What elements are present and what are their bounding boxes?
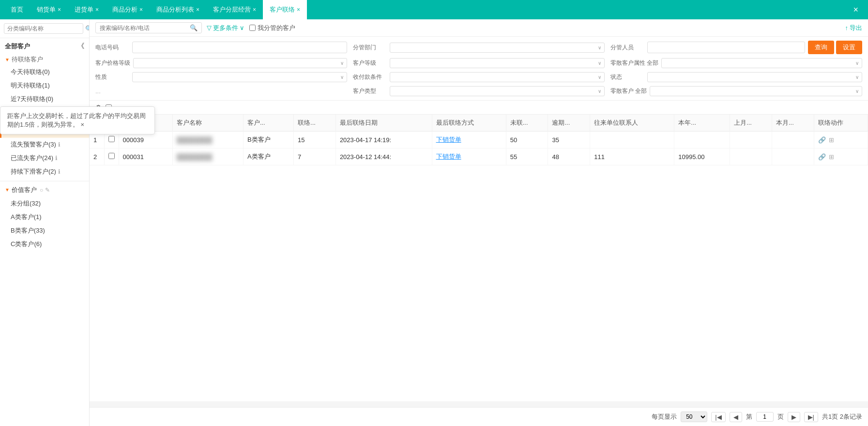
phone-input[interactable] [132,42,347,53]
scroll-inner [90,401,670,402]
row2-checkbox[interactable] [104,148,119,165]
per-page-label: 每页显示 [652,412,677,421]
sidebar-item-b-class[interactable]: B类客户(33) [0,224,89,237]
col-last-date: 最后联络日期 [335,115,432,132]
row2-last-method[interactable]: 下销货单 [432,148,506,165]
row1-name: ████████ [172,132,243,148]
col-overdue: 逾期... [548,115,590,132]
sidebar-search-area: 🔍 [0,19,89,38]
top-navigation: 首页 销货单 × 进货单 × 商品分析 × 商品分析列表 × 客户分层经营 × … [0,0,868,19]
export-button[interactable]: ↑ 导出 [845,24,863,32]
nav-item-sales[interactable]: 销货单 × [30,0,68,19]
prev-page-button[interactable]: ◀ [730,412,742,422]
dept-select[interactable]: ∨ [390,43,605,53]
sidebar-item-unclassified[interactable]: 未分组(32) [0,197,89,210]
sidebar-item-declining[interactable]: 持续下滑客户(2) ℹ [0,165,89,178]
filter-row-payment: 收付款条件 ∨ [353,72,605,82]
price-level-select[interactable]: ∨ [133,58,347,68]
sidebar-search-input[interactable] [4,23,83,34]
sidebar-search-icon[interactable]: 🔍 [85,25,90,32]
last-page-button[interactable]: ▶| [804,412,818,422]
value-customer-group-header[interactable]: ▼ 价值客户 ○ ✎ [0,183,89,197]
sidebar-item-churn-warning[interactable]: 流失预警客户(3) ℹ [0,138,89,151]
nav-item-product-list[interactable]: 商品分析列表 × [150,0,206,19]
row1-last-month [730,132,772,148]
sidebar-item-c-class[interactable]: C类客户(6) [0,237,89,251]
next-page-button[interactable]: ▶ [788,412,800,422]
per-page-select[interactable]: 50 100 200 [681,411,707,422]
row2-link-icon[interactable]: 🔗 [818,153,826,161]
filter-row-nature: 性质 ∨ [95,72,347,82]
row1-link-icon[interactable]: 🔗 [818,136,826,144]
price-level-label: 客户价格等级 [95,59,130,67]
nav-close-customer-layer[interactable]: × [253,6,256,13]
value-group-edit-icon[interactable]: ✎ [45,187,50,193]
phone-label: 电话号码 [95,44,129,52]
row1-grid-icon[interactable]: ⊞ [829,136,834,144]
nav-item-customer-contact[interactable]: 客户联络 × [263,0,307,19]
nav-label-customer-contact: 客户联络 [270,5,295,14]
sidebar-item-7days[interactable]: 近7天待联络(0) [0,92,89,106]
customer-type-chevron-icon: ∨ [598,88,601,94]
value-group-label: 价值客户 [12,186,37,194]
sidebar-item-today[interactable]: 今天待联络(0) [0,65,89,79]
row2-code: 000031 [119,148,172,165]
nav-close-sales[interactable]: × [58,6,61,13]
row2-this-year: 10995.00 [674,148,730,165]
search-submit-icon[interactable]: 🔍 [190,24,198,31]
nav-close-customer-contact[interactable]: × [297,6,300,13]
nav-close-product-list[interactable]: × [196,6,199,13]
first-page-button[interactable]: |◀ [711,412,725,422]
table-scroll-container[interactable]: 客户编码 客户名称 客户... 联络... 最后联络日期 最后联络方式 未联..… [90,115,868,401]
customer-type-label: 客户类型 [353,87,387,95]
horizontal-scrollbar[interactable] [90,401,868,407]
row2-no-contact: 55 [506,148,548,165]
filter-icon: ▽ [207,24,212,31]
customer-level-label: 客户等级 [353,59,387,67]
search-input[interactable] [100,25,190,31]
sidebar-item-churned[interactable]: 已流失客户(24) ℹ [0,151,89,165]
nav-label-product-list: 商品分析列表 [156,5,194,14]
more-conditions-btn[interactable]: ▽ 更多条件 ∨ [207,24,244,32]
nav-item-customer-layer[interactable]: 客户分层经营 × [206,0,263,19]
info-icon-churned: ℹ [55,154,58,162]
nav-item-product-analysis[interactable]: 商品分析 × [106,0,150,19]
row1-type: B类客户 [243,132,293,148]
payment-select[interactable]: ∨ [390,72,605,82]
nav-close-purchase[interactable]: × [95,6,99,13]
retail-customer-select[interactable]: ∨ [650,86,862,96]
person-input[interactable] [647,42,805,53]
sidebar-divider-2 [0,181,89,181]
nature-label: 性质 [95,73,129,81]
current-page-input[interactable] [756,412,774,422]
value-group-triangle: ▼ [5,187,10,192]
table-header: 客户编码 客户名称 客户... 联络... 最后联络日期 最后联络方式 未联..… [90,115,868,132]
customer-level-select[interactable]: ∨ [390,58,605,68]
row1-last-method[interactable]: 下销货单 [432,132,506,148]
more-dots[interactable]: ... [95,88,101,95]
col-last-method: 最后联络方式 [432,115,506,132]
retail-attr-select[interactable]: ∨ [661,58,862,68]
search-input-wrap: 🔍 [95,22,202,33]
person-label: 分管人员 [610,44,644,52]
row1-action: 🔗 ⊞ [814,132,868,148]
nav-item-home[interactable]: 首页 [4,0,30,19]
row2-contact-count: 7 [294,148,336,165]
col-last-month: 上月... [730,115,772,132]
sidebar-item-tomorrow[interactable]: 明天待联络(1) [0,79,89,92]
status-select[interactable]: ∨ [647,72,862,82]
nature-select[interactable]: ∨ [132,72,347,82]
filter-row-more: ... [95,86,347,96]
pending-contact-group[interactable]: ▼ 待联络客户 [0,53,89,65]
settings-button[interactable]: 设置 [836,41,862,54]
data-table: 客户编码 客户名称 客户... 联络... 最后联络日期 最后联络方式 未联..… [90,115,868,165]
my-customer-checkbox[interactable] [249,25,256,31]
customer-type-select[interactable]: ∨ [390,86,605,96]
sidebar-item-a-class[interactable]: A类客户(1) [0,210,89,224]
close-all-button[interactable]: × [847,5,864,15]
sidebar-collapse-btn[interactable]: 《 [77,42,84,51]
nav-close-product-analysis[interactable]: × [139,6,143,13]
row2-overdue: 48 [548,148,590,165]
nav-item-purchase[interactable]: 进货单 × [68,0,106,19]
row2-grid-icon[interactable]: ⊞ [829,153,834,161]
